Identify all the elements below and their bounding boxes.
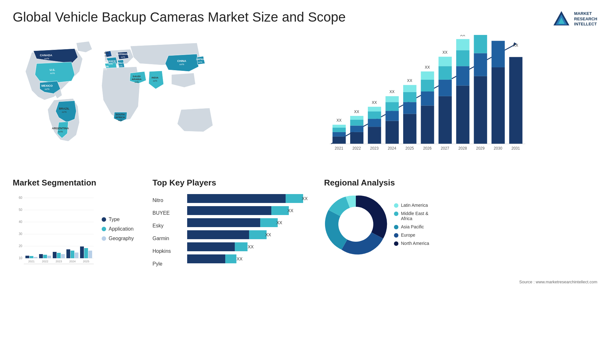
players-bars-wrapper: XX XX XX XX XX — [177, 192, 318, 276]
logo-icon — [552, 10, 571, 29]
svg-text:xx%: xx% — [44, 88, 49, 91]
legend-geography: Geography — [102, 236, 134, 241]
svg-text:40: 40 — [19, 220, 23, 224]
svg-rect-144 — [235, 242, 247, 251]
svg-rect-37 — [333, 137, 346, 144]
svg-text:2028: 2028 — [458, 146, 467, 151]
logo-area: MARKET RESEARCH INTELLECT — [552, 10, 597, 29]
legend-middle-east-africa: Middle East &Africa — [394, 211, 429, 221]
regional-legend: Latin America Middle East &Africa Asia P… — [394, 203, 429, 246]
bottom-content: Market Segmentation 60 50 40 30 20 10 — [0, 172, 610, 280]
svg-rect-132 — [286, 194, 303, 203]
svg-text:2024: 2024 — [388, 146, 396, 151]
latin-america-label: Latin America — [401, 203, 428, 208]
svg-text:2023: 2023 — [370, 146, 379, 151]
svg-text:2022: 2022 — [352, 146, 361, 151]
svg-text:xx%: xx% — [62, 111, 66, 113]
svg-text:ITALY: ITALY — [117, 62, 124, 64]
svg-rect-122 — [75, 253, 78, 258]
svg-rect-118 — [57, 253, 61, 258]
svg-text:FRANCE: FRANCE — [105, 60, 116, 63]
svg-text:2022: 2022 — [42, 260, 48, 263]
bar-chart-section: XX XX XX XX XX — [235, 32, 597, 168]
segmentation-legend: Type Application Geography — [102, 217, 134, 241]
svg-text:xx%: xx% — [179, 63, 184, 66]
svg-rect-48 — [368, 119, 381, 127]
svg-rect-81 — [491, 67, 505, 144]
svg-text:xx%: xx% — [50, 72, 55, 75]
svg-text:30: 30 — [19, 232, 23, 236]
svg-rect-117 — [53, 252, 57, 258]
svg-rect-50 — [368, 107, 381, 111]
svg-rect-113 — [34, 257, 37, 258]
svg-text:xx%: xx% — [118, 65, 122, 67]
seg-chart-container: 60 50 40 30 20 10 — [13, 192, 146, 266]
regional-section: Regional Analysis Latin Ame — [324, 178, 445, 276]
svg-text:2021: 2021 — [335, 146, 343, 151]
svg-text:2027: 2027 — [441, 146, 449, 151]
svg-text:SAUDI: SAUDI — [133, 75, 141, 78]
svg-rect-39 — [333, 128, 346, 132]
svg-text:xx%: xx% — [134, 81, 139, 83]
svg-rect-141 — [249, 230, 267, 239]
players-title: Top Key Players — [152, 178, 318, 188]
svg-text:XX: XX — [372, 100, 377, 105]
svg-rect-47 — [368, 127, 381, 144]
svg-text:XX: XX — [443, 50, 448, 55]
svg-rect-74 — [456, 50, 470, 66]
svg-text:BRAZIL: BRAZIL — [59, 107, 70, 110]
application-label: Application — [109, 226, 133, 232]
svg-text:xx%: xx% — [58, 130, 63, 133]
svg-rect-70 — [438, 57, 452, 66]
player-pyle: Pyle — [152, 258, 171, 270]
svg-text:CHINA: CHINA — [177, 59, 186, 63]
svg-rect-40 — [333, 125, 346, 128]
svg-rect-116 — [47, 256, 51, 258]
svg-rect-53 — [385, 111, 399, 121]
player-nitro: Nitro — [152, 194, 171, 207]
svg-text:INDIA: INDIA — [152, 76, 159, 79]
svg-text:GERMANY: GERMANY — [117, 53, 130, 56]
svg-text:XX: XX — [237, 256, 243, 261]
svg-rect-45 — [350, 116, 363, 120]
svg-text:60: 60 — [19, 196, 23, 199]
svg-text:JAPAN: JAPAN — [196, 58, 205, 61]
players-labels: Nitro BUYEE Esky Garmin Hopkins Pyle — [152, 192, 171, 270]
svg-rect-49 — [368, 111, 381, 119]
svg-rect-59 — [403, 92, 417, 102]
svg-text:2030: 2030 — [494, 146, 502, 151]
svg-rect-137 — [187, 218, 260, 227]
svg-text:10: 10 — [19, 256, 23, 260]
players-section: Top Key Players Nitro BUYEE Esky Garmin … — [152, 178, 318, 276]
svg-text:xx%: xx% — [44, 57, 49, 60]
segmentation-chart: 60 50 40 30 20 10 — [13, 192, 95, 266]
svg-text:xx%: xx% — [198, 61, 202, 63]
svg-rect-121 — [71, 251, 74, 258]
svg-text:XX: XX — [390, 90, 395, 94]
svg-rect-134 — [187, 206, 271, 215]
svg-rect-112 — [30, 256, 33, 258]
players-bars-svg: XX XX XX XX XX — [177, 192, 318, 275]
asia-pacific-dot — [394, 225, 398, 229]
svg-rect-138 — [260, 218, 278, 227]
svg-text:XX: XX — [265, 232, 271, 237]
geography-dot — [102, 236, 106, 241]
svg-text:xx%: xx% — [121, 56, 125, 58]
svg-rect-65 — [421, 71, 434, 80]
header: Global Vehicle Backup Cameras Market Siz… — [0, 0, 610, 32]
middle-east-africa-label: Middle East &Africa — [401, 211, 428, 221]
type-label: Type — [109, 217, 120, 222]
main-content: CANADA xx% U.S. xx% MEXICO xx% BRAZIL xx… — [0, 32, 610, 168]
svg-text:CANADA: CANADA — [40, 54, 52, 57]
svg-text:XX: XX — [302, 196, 308, 201]
legend-type: Type — [102, 217, 134, 222]
svg-rect-143 — [187, 242, 235, 251]
svg-rect-147 — [225, 254, 236, 263]
north-america-label: North America — [401, 241, 429, 246]
legend-north-america: North America — [394, 241, 429, 246]
svg-rect-111 — [25, 256, 29, 258]
svg-text:2029: 2029 — [476, 146, 485, 151]
svg-rect-58 — [403, 102, 417, 114]
svg-rect-44 — [350, 120, 363, 126]
svg-text:XX: XX — [460, 35, 465, 37]
